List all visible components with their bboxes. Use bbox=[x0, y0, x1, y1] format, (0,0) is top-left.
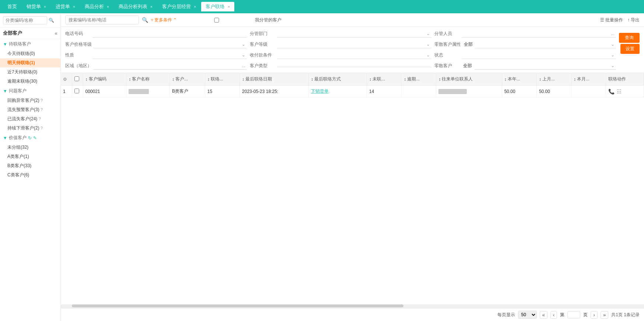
nature-select[interactable]: ⌄ bbox=[92, 51, 247, 59]
sidebar-group-problem[interactable]: ▼ 问题客户 bbox=[0, 86, 60, 96]
payment-select[interactable]: ⌄ bbox=[277, 51, 431, 59]
total-text: 共1页 1条记录 bbox=[611, 312, 640, 318]
sidebar-search-icon[interactable]: 🔍 bbox=[49, 18, 54, 23]
nav-customer-contact[interactable]: 客户联络 × bbox=[201, 2, 234, 11]
row-unit-contact-masked bbox=[438, 89, 467, 94]
sidebar-item-abnormal[interactable]: 回购异常客户(2) ? bbox=[0, 96, 60, 105]
col-unlinked-sort[interactable]: ↕ bbox=[369, 77, 371, 82]
nav-home[interactable]: 首页 bbox=[3, 2, 21, 11]
col-code-sort[interactable]: ↕ bbox=[85, 77, 88, 82]
customer-level-select[interactable]: ⌄ bbox=[277, 41, 431, 48]
col-contact-sort[interactable]: ↕ bbox=[207, 77, 210, 82]
retail-select[interactable]: ⌄ bbox=[474, 62, 616, 70]
more-filter-btn[interactable]: ▿ 更多条件 ⌃ bbox=[151, 17, 177, 23]
nav-product-list[interactable]: 商品分析列表 × bbox=[114, 2, 157, 11]
customer-type-select[interactable] bbox=[277, 65, 431, 67]
col-last-month-label: 上月... bbox=[542, 76, 555, 82]
retail-value: 全部 bbox=[463, 63, 472, 69]
close-product-analysis[interactable]: × bbox=[107, 4, 109, 9]
nav-customer-segmentation[interactable]: 客户分层经营 × bbox=[158, 2, 200, 11]
close-purchase-order[interactable]: × bbox=[73, 4, 75, 9]
sidebar-item-a-class[interactable]: A类客户(1) bbox=[0, 152, 60, 161]
col-name-label: 客户名称 bbox=[132, 76, 150, 82]
sidebar-item-overdue[interactable]: 逾期未联络(30) bbox=[0, 77, 60, 86]
sidebar-group-pending[interactable]: ▼ 待联络客户 bbox=[0, 39, 60, 49]
sidebar-collapse-icon[interactable]: « bbox=[55, 30, 57, 36]
sidebar-item-churn-warning[interactable]: 流失预警客户(3) ? bbox=[0, 105, 60, 114]
sidebar-item-c-class[interactable]: C类客户(6) bbox=[0, 170, 60, 180]
col-name-sort[interactable]: ↕ bbox=[129, 77, 131, 82]
my-customers-checkbox-label[interactable]: 我分管的客户 bbox=[180, 17, 281, 23]
nav-product-analysis[interactable]: 商品分析 × bbox=[80, 2, 113, 11]
sidebar-all-customers[interactable]: 全部客户 « bbox=[0, 28, 60, 39]
col-year-sort[interactable]: ↕ bbox=[504, 77, 507, 82]
row-overdue bbox=[402, 86, 436, 97]
sidebar-item-tomorrow[interactable]: 明天待联络(1) bbox=[0, 58, 60, 68]
sidebar-item-churned[interactable]: 已流失客户(24) ? bbox=[0, 114, 60, 124]
filter-row-4: 区域（地区） ... 客户类型 bbox=[65, 62, 616, 70]
sidebar-item-7days[interactable]: 近7天待联络(0) bbox=[0, 68, 60, 77]
table-container: ⚙ ↕客户编码 ↕客户名称 ↕客户... bbox=[61, 73, 644, 304]
sidebar-item-b-class[interactable]: B类客户(33) bbox=[0, 161, 60, 170]
region-dots: ... bbox=[242, 63, 245, 68]
filter-retail-attr: 零散客户属性 全部 ⌄ bbox=[434, 41, 616, 48]
value-edit-icon[interactable]: ✎ bbox=[33, 135, 37, 141]
last-page-btn[interactable]: » bbox=[601, 311, 608, 319]
close-sales-order[interactable]: × bbox=[44, 4, 46, 9]
sidebar-item-declining[interactable]: 持续下滑客户(2) ? bbox=[0, 124, 60, 133]
sidebar-group-value[interactable]: ▼ 价值客户 ↻ ✎ bbox=[0, 133, 60, 143]
toolbar-search-icon[interactable]: 🔍 bbox=[142, 17, 148, 23]
dept-select[interactable]: ⌄ bbox=[277, 30, 431, 38]
action-grid-icon[interactable]: ☷ bbox=[617, 89, 622, 94]
price-level-chevron: ⌄ bbox=[242, 42, 245, 47]
settings-btn[interactable]: 设置 bbox=[620, 44, 640, 54]
toolbar-right: ☰ 批量操作 ↑ 导出 bbox=[600, 17, 640, 23]
row-select-checkbox[interactable] bbox=[74, 89, 79, 93]
col-this-month-sort[interactable]: ↕ bbox=[574, 77, 576, 82]
chevron-up-icon: ⌃ bbox=[173, 17, 177, 23]
col-last-date-sort[interactable]: ↕ bbox=[242, 77, 244, 82]
page-input[interactable]: 1 bbox=[567, 311, 580, 318]
region-select[interactable]: ... bbox=[93, 62, 247, 70]
arrow-value: ▼ bbox=[3, 135, 7, 141]
sidebar-search-area: 🔍 bbox=[0, 13, 60, 28]
close-product-list[interactable]: × bbox=[150, 4, 153, 9]
query-btn[interactable]: 查询 bbox=[619, 33, 640, 43]
search-input[interactable] bbox=[65, 15, 139, 24]
close-customer-seg[interactable]: × bbox=[194, 4, 196, 9]
prev-page-btn[interactable]: ‹ bbox=[550, 311, 557, 319]
phone-input[interactable] bbox=[92, 30, 247, 38]
my-customers-checkbox[interactable] bbox=[180, 18, 253, 23]
batch-btn[interactable]: ☰ 批量操作 bbox=[600, 17, 623, 23]
next-page-btn[interactable]: › bbox=[591, 311, 597, 319]
export-btn[interactable]: ↑ 导出 bbox=[627, 17, 640, 23]
row-unit-contact bbox=[436, 86, 502, 97]
close-customer-contact[interactable]: × bbox=[228, 4, 230, 9]
nav-sales-order[interactable]: 销货单 × bbox=[22, 2, 50, 11]
retail-attr-select[interactable]: ⌄ bbox=[475, 41, 616, 48]
action-phone-icon[interactable]: 📞 bbox=[608, 89, 615, 94]
per-page-select[interactable]: 50 100 200 bbox=[518, 311, 537, 319]
sidebar-item-today[interactable]: 今天待联络(0) bbox=[0, 49, 60, 58]
value-refresh-icon[interactable]: ↻ bbox=[28, 135, 32, 141]
nav-purchase-order[interactable]: 进货单 × bbox=[51, 2, 80, 11]
col-last-method-sort[interactable]: ↕ bbox=[311, 77, 313, 82]
col-action-label: 联络动作 bbox=[608, 76, 626, 82]
price-level-select[interactable]: ⌄ bbox=[93, 41, 247, 48]
filter-icon: ▿ bbox=[151, 17, 153, 23]
col-settings-icon[interactable]: ⚙ bbox=[63, 77, 67, 82]
col-type-sort[interactable]: ↕ bbox=[172, 77, 174, 82]
first-page-btn[interactable]: « bbox=[540, 311, 547, 319]
sidebar-item-unclassified[interactable]: 未分组(32) bbox=[0, 143, 60, 152]
col-overdue-sort[interactable]: ↕ bbox=[404, 77, 406, 82]
status-select[interactable]: ⌄ bbox=[462, 51, 616, 59]
filter-status: 状态 ⌄ bbox=[434, 51, 616, 59]
sidebar-search-input[interactable] bbox=[3, 16, 47, 24]
col-unit-sort[interactable]: ↕ bbox=[438, 77, 441, 82]
filter-row-1: 电话号码 分管部门 ⌄ 分管人员 bbox=[65, 30, 616, 38]
person-select[interactable]: ... bbox=[462, 30, 616, 38]
select-all-checkbox[interactable] bbox=[74, 76, 79, 81]
row-last-method[interactable]: 下销货单 bbox=[308, 86, 367, 97]
col-last-month-sort[interactable]: ↕ bbox=[539, 77, 541, 82]
scrollbar-area[interactable] bbox=[61, 304, 644, 308]
